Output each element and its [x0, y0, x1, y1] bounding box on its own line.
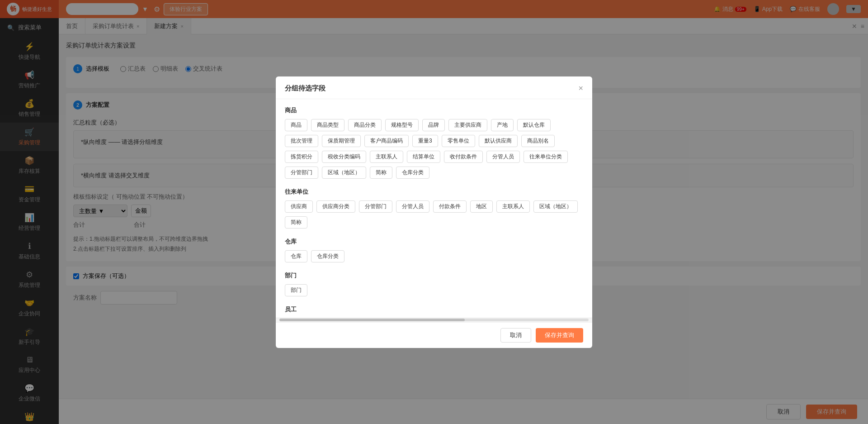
- field-tag[interactable]: 主联系人: [370, 151, 403, 163]
- field-tag[interactable]: 产地: [491, 119, 514, 131]
- field-tag[interactable]: 分管部门: [285, 167, 318, 179]
- field-tag[interactable]: 分管部门: [359, 200, 392, 213]
- field-tag[interactable]: 往来单位分类: [524, 151, 568, 163]
- field-tag[interactable]: 分管人员: [486, 151, 520, 163]
- field-group-dept: 部门 部门: [285, 272, 583, 296]
- modal-close-btn[interactable]: ×: [578, 84, 583, 93]
- field-tag[interactable]: 保质期管理: [322, 135, 361, 147]
- field-group-partner: 往来单位 供应商 供应商分类 分管部门 分管人员 付款条件 地区 主联系人 区域…: [285, 188, 583, 229]
- field-group-staff-title: 员工: [285, 305, 583, 314]
- field-group-warehouse-title: 仓库: [285, 238, 583, 246]
- field-tag[interactable]: 客户商品编码: [364, 135, 409, 147]
- field-tag[interactable]: 商品类型: [311, 119, 344, 131]
- modal-hscrollbar[interactable]: [276, 318, 592, 322]
- field-tag[interactable]: 规格型号: [385, 119, 419, 131]
- field-tags-partner: 供应商 供应商分类 分管部门 分管人员 付款条件 地区 主联系人 区域（地区） …: [285, 200, 583, 229]
- field-tag[interactable]: 仓库: [285, 250, 307, 262]
- field-tags-warehouse: 仓库 仓库分类: [285, 250, 583, 262]
- field-tag[interactable]: 分管人员: [396, 200, 429, 213]
- field-tag[interactable]: 品牌: [422, 119, 445, 131]
- field-group-goods-title: 商品: [285, 106, 583, 114]
- field-tag[interactable]: 零售单位: [442, 135, 475, 147]
- field-tag[interactable]: 结算单位: [407, 151, 440, 163]
- field-group-warehouse: 仓库 仓库 仓库分类: [285, 238, 583, 262]
- modal-cancel-btn[interactable]: 取消: [500, 328, 531, 343]
- field-group-staff: 员工 业务员: [285, 305, 583, 318]
- modal-hscroll-track: [279, 319, 589, 321]
- field-tag[interactable]: 简称: [285, 216, 307, 229]
- field-tag[interactable]: 收付款条件: [444, 151, 483, 163]
- field-tag[interactable]: 区域（地区）: [533, 200, 578, 213]
- modal-header: 分组待选字段 ×: [276, 76, 592, 99]
- field-group-goods: 商品 商品 商品类型 商品分类 规格型号 品牌 主要供应商 产地 默认仓库 批次…: [285, 106, 583, 179]
- field-tag[interactable]: 批次管理: [285, 135, 318, 147]
- field-tag[interactable]: 拣货积分: [285, 151, 318, 163]
- modal-title: 分组待选字段: [285, 84, 326, 93]
- field-tag[interactable]: 默认供应商: [479, 135, 518, 147]
- field-tags-goods: 商品 商品类型 商品分类 规格型号 品牌 主要供应商 产地 默认仓库 批次管理 …: [285, 119, 583, 179]
- modal-overlay: 分组待选字段 × 商品 商品 商品类型 商品分类 规格型号 品牌 主要供应商 产…: [0, 0, 868, 424]
- field-tag[interactable]: 仓库分类: [311, 250, 344, 262]
- field-tag[interactable]: 区域（地区）: [322, 167, 366, 179]
- field-tag[interactable]: 简称: [370, 167, 392, 179]
- field-tag[interactable]: 重量3: [412, 135, 438, 147]
- field-tag[interactable]: 商品别名: [521, 135, 555, 147]
- field-tag[interactable]: 税收分类编码: [322, 151, 366, 163]
- field-tag[interactable]: 默认仓库: [517, 119, 551, 131]
- field-group-partner-title: 往来单位: [285, 188, 583, 196]
- modal-confirm-btn[interactable]: 保存并查询: [536, 328, 583, 343]
- field-tag[interactable]: 仓库分类: [396, 167, 429, 179]
- field-tag[interactable]: 商品分类: [348, 119, 382, 131]
- field-group-dept-title: 部门: [285, 272, 583, 280]
- field-tag[interactable]: 供应商: [285, 200, 313, 213]
- field-tag[interactable]: 商品: [285, 119, 307, 131]
- field-tag[interactable]: 地区: [470, 200, 493, 213]
- modal-hscroll-thumb: [279, 319, 465, 321]
- field-tag[interactable]: 部门: [285, 284, 307, 296]
- field-tag[interactable]: 主要供应商: [448, 119, 487, 131]
- field-tag[interactable]: 主联系人: [496, 200, 530, 213]
- field-tag[interactable]: 供应商分类: [316, 200, 355, 213]
- field-tag[interactable]: 付款条件: [433, 200, 467, 213]
- modal-footer: 取消 保存并查询: [276, 322, 592, 348]
- modal-body: 商品 商品 商品类型 商品分类 规格型号 品牌 主要供应商 产地 默认仓库 批次…: [276, 99, 592, 318]
- modal-select-fields: 分组待选字段 × 商品 商品 商品类型 商品分类 规格型号 品牌 主要供应商 产…: [276, 76, 592, 348]
- field-tags-dept: 部门: [285, 284, 583, 296]
